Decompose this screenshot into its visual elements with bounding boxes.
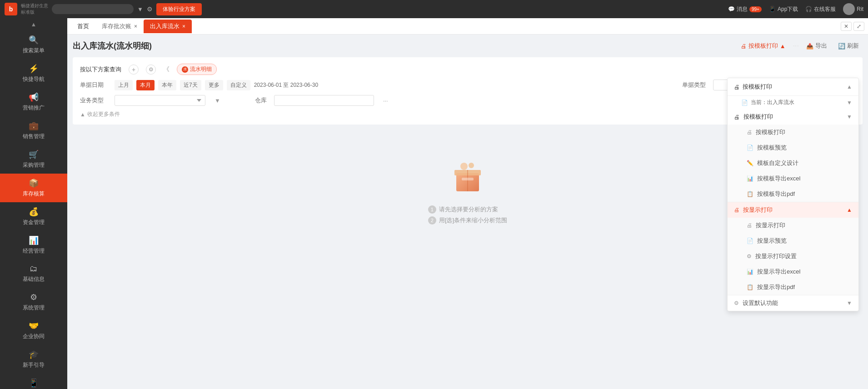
trial-button[interactable]: 体验行业方案 (156, 3, 202, 15)
dropdown-item-template-preview[interactable]: 📄 按模板预览 (728, 140, 858, 155)
dropdown-item-display-pdf[interactable]: 📋 按显示导出pdf (728, 279, 858, 295)
collapse-up-icon: ▲ (80, 111, 85, 118)
sidebar-item-app[interactable]: 📱 应用中心 (0, 374, 67, 389)
sidebar-item-sales[interactable]: 💼 销售管理 (0, 116, 67, 145)
sidebar-item-guide[interactable]: 🎓 新手引导 (0, 345, 67, 374)
close-all-button[interactable]: ✕ (841, 22, 852, 31)
filter-label: 按以下方案查询 (80, 65, 121, 74)
dropdown-item-display-print[interactable]: 🖨 按显示打印 (728, 218, 858, 233)
user-avatar-button[interactable]: Rit (843, 3, 863, 15)
dropdown-item-template-customize[interactable]: ✏️ 模板自定义设计 (728, 155, 858, 171)
filter-tag-icon-text: 水 (183, 66, 187, 72)
dropdown-current-content: 📄 当前：出入库流水 (741, 99, 794, 106)
search-input[interactable] (52, 4, 134, 14)
filter-settings-icon-button[interactable]: ⚙ (146, 65, 156, 75)
filter-active-tag[interactable]: 水 流水明细 (177, 64, 217, 75)
sidebar-item-operation[interactable]: 📊 经营管理 (0, 231, 67, 259)
app-download-button[interactable]: 📱 App下载 (769, 5, 798, 13)
page-content: 出入库流水(流水明细) 🖨 按模板打印 ▲ ··· 📤 导出 🔄 刷新 (67, 35, 868, 389)
date-range-display: 2023-06-01 至 2023-06-30 (254, 81, 318, 89)
template-print-label: 按模板打印 (756, 128, 785, 136)
app-icon: 📱 (769, 6, 776, 12)
shortcut-icon: ⚡ (29, 64, 39, 74)
message-button[interactable]: 💬 消息 99+ (728, 5, 762, 13)
sidebar-label-enterprise: 企业协同 (23, 333, 45, 340)
warehouse-more-icon[interactable]: ··· (383, 97, 388, 104)
enterprise-icon: 🤝 (29, 321, 39, 331)
dropdown-header-arrow[interactable]: ▲ (847, 84, 852, 90)
main-layout: ▲ 🔍 搜索菜单 ⚡ 快捷导航 📢 营销推广 💼 销售管理 🛒 采购管理 📦 库… (0, 18, 868, 389)
display-excel-icon: 📊 (747, 269, 753, 275)
date-7days[interactable]: 近7天 (180, 80, 201, 90)
filter-biz-select[interactable] (115, 95, 205, 106)
sidebar-item-system[interactable]: ⚙ 系统管理 (0, 288, 67, 316)
separator1: ··· (793, 42, 799, 50)
tab-flow-close[interactable]: × (182, 23, 185, 30)
dropdown-item-template-pdf[interactable]: 📋 按模板导出pdf (728, 186, 858, 202)
tab-flow[interactable]: 出入库流水 × (144, 20, 192, 33)
sidebar-scroll-up[interactable]: ▲ (0, 18, 67, 30)
service-label: 在线客服 (814, 5, 836, 13)
dropdown-footer[interactable]: ⚙ 设置默认功能 ▼ (728, 295, 858, 311)
sidebar-item-inventory[interactable]: 📦 库存核算 (0, 174, 67, 202)
filter-add-button[interactable]: + (129, 65, 139, 75)
display-excel-label: 按显示导出excel (757, 268, 800, 276)
date-custom[interactable]: 自定义 (227, 80, 250, 90)
sidebar-label-shortcut: 快捷导航 (23, 75, 45, 83)
dropdown-display-section: 🖨 按显示打印 ▲ 🖨 按显示打印 📄 按显示预览 (728, 202, 858, 295)
filter-collapse-button[interactable]: 《 (163, 65, 170, 74)
tab-home[interactable]: 首页 (71, 20, 95, 33)
refresh-button[interactable]: 🔄 刷新 (834, 40, 863, 52)
tab-batch[interactable]: 库存批次账 × (95, 20, 144, 33)
operation-icon: 📊 (29, 235, 39, 245)
export-label: 导出 (815, 42, 827, 50)
settings-icon[interactable]: ⚙ (147, 5, 153, 13)
print-template-button[interactable]: 🖨 按模板打印 ▲ (737, 40, 789, 52)
filter-warehouse-label: 仓库 (255, 96, 267, 105)
filter-biz-arrow-icon: ▼ (215, 97, 220, 104)
template-preview-icon: 📄 (747, 145, 753, 151)
date-more[interactable]: 更多 (205, 80, 223, 90)
filter-warehouse-input[interactable] (274, 95, 374, 106)
date-this-month[interactable]: 本月 (136, 80, 155, 90)
dropdown-item-template-print[interactable]: 🖨 按模板打印 (728, 125, 858, 140)
sidebar-item-purchase[interactable]: 🛒 采购管理 (0, 145, 67, 174)
dropdown-item-display-excel[interactable]: 📊 按显示导出excel (728, 264, 858, 279)
user-name: Rit (857, 6, 863, 12)
sidebar-item-finance[interactable]: 💰 资金管理 (0, 202, 67, 231)
dropdown-item-template-excel[interactable]: 📊 按模板导出excel (728, 171, 858, 186)
maximize-button[interactable]: ⤢ (853, 22, 864, 31)
dropdown-item-display-preview[interactable]: 📄 按显示预览 (728, 233, 858, 249)
dropdown-template-header[interactable]: 🖨 按模板打印 ▼ (728, 109, 858, 125)
system-icon: ⚙ (30, 292, 37, 302)
date-last-month[interactable]: 上月 (115, 80, 133, 90)
dropdown-template-label: 按模板打印 (743, 113, 773, 121)
sidebar-item-base[interactable]: 🗂 基础信息 (0, 259, 67, 288)
dropdown-item-display-settings[interactable]: ⚙ 按显示打印设置 (728, 249, 858, 264)
dropdown-footer-title-area: ⚙ 设置默认功能 (734, 299, 778, 307)
date-this-year[interactable]: 本年 (158, 80, 176, 90)
service-button[interactable]: 🎧 在线客服 (805, 5, 836, 13)
filter-tag-label: 流水明细 (190, 65, 212, 73)
finance-icon: 💰 (29, 207, 39, 217)
top-bar-right: 💬 消息 99+ 📱 App下载 🎧 在线客服 Rit (728, 3, 863, 15)
message-badge: 99+ (749, 6, 762, 12)
inventory-icon: 📦 (29, 178, 39, 188)
sidebar-item-enterprise[interactable]: 🤝 企业协同 (0, 316, 67, 345)
export-button[interactable]: 📤 导出 (803, 40, 831, 52)
search-arrow-icon[interactable]: ▼ (137, 6, 143, 13)
sidebar-item-marketing[interactable]: 📢 营销推广 (0, 88, 67, 116)
sidebar-item-shortcut[interactable]: ⚡ 快捷导航 (0, 59, 67, 88)
dropdown-display-header[interactable]: 🖨 按显示打印 ▲ (728, 202, 858, 218)
tab-batch-close[interactable]: × (134, 23, 137, 30)
base-icon: 🗂 (30, 264, 38, 274)
sidebar-label-base: 基础信息 (23, 275, 45, 283)
empty-tip-2: 2 用[选]条件来缩小分析范围 (428, 216, 507, 224)
sidebar-label-inventory: 库存核算 (23, 190, 45, 198)
guide-icon: 🎓 (29, 349, 39, 359)
dropdown-title-area: 🖨 按模板打印 (734, 83, 772, 91)
print-icon: 🖨 (741, 43, 747, 50)
sidebar-label-purchase: 采购管理 (23, 161, 45, 169)
template-preview-label: 按模板预览 (757, 144, 787, 152)
sidebar-item-search[interactable]: 🔍 搜索菜单 (0, 30, 67, 59)
